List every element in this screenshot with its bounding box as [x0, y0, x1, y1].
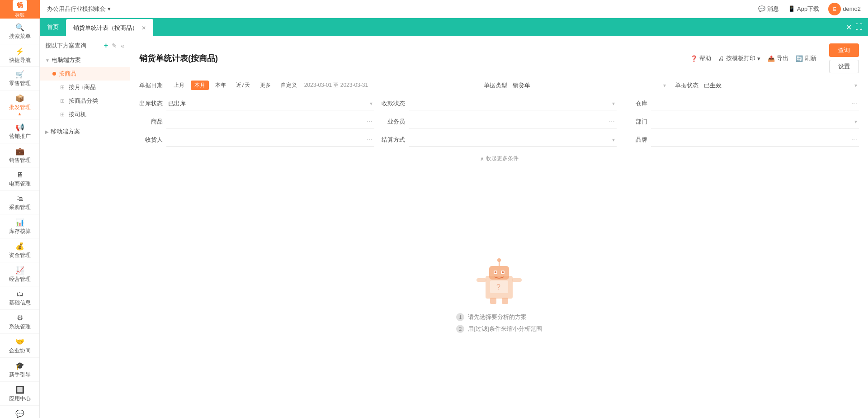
- user-menu[interactable]: E demo2: [828, 3, 861, 15]
- add-scheme-icon[interactable]: +: [104, 42, 108, 50]
- doc-status-dropdown-icon[interactable]: ▾: [854, 82, 857, 89]
- print-button[interactable]: 🖨 按模板打印 ▾: [718, 54, 760, 62]
- corp-icon: 🤝: [15, 337, 24, 346]
- recipient-label: 收货人: [139, 136, 166, 144]
- date-tabs: 上月 本月 本年 近7天 更多 自定义: [170, 81, 301, 90]
- out-status-label: 出库状态: [139, 100, 166, 108]
- grid2-icon: ⊞: [59, 97, 66, 104]
- search-menu-item[interactable]: 🔍 搜索菜单: [0, 19, 39, 44]
- salesman-label: 业务员: [382, 118, 409, 126]
- mobile-scheme-group-header[interactable]: ▶ 移动端方案: [40, 125, 130, 138]
- mobile-scheme-group: ▶ 移动端方案: [40, 125, 130, 142]
- finance-label: 资金管理: [9, 252, 31, 259]
- salesman-dots[interactable]: ···: [609, 118, 615, 126]
- settlement-label: 结算方式: [382, 136, 409, 144]
- scheme-by-cashier[interactable]: ⊞ 按司机: [40, 108, 130, 121]
- apps-icon: 🔲: [15, 385, 24, 394]
- page-title: 销货单统计表(按商品): [139, 53, 218, 64]
- date-range-value: 2023-03-01 至 2023-03-31: [304, 81, 368, 89]
- date-tab-last-month[interactable]: 上月: [170, 81, 188, 90]
- recipient-dots[interactable]: ···: [367, 136, 373, 144]
- settlement-dropdown-icon[interactable]: ▾: [612, 137, 615, 143]
- marketing-label: 营销推广: [9, 133, 31, 140]
- tab-maximize-icon[interactable]: ⛶: [855, 23, 863, 31]
- guide-label: 新手引导: [9, 371, 31, 379]
- message-button[interactable]: 💬 消息: [758, 5, 779, 13]
- query-actions: 查询 设置: [829, 43, 859, 73]
- scheme-by-category[interactable]: ⊞ 按商品分类: [40, 94, 130, 108]
- doc-status-value: 已生效: [704, 81, 854, 90]
- mobile-group-arrow-icon: ▶: [45, 129, 49, 134]
- pc-scheme-group-header[interactable]: ▼ 电脑端方案: [40, 53, 130, 67]
- pc-scheme-group: ▼ 电脑端方案 按商品 ⊞ 按月+商品 ⊞ 按商品分类 ⊞ 按司机: [40, 53, 130, 125]
- quick-nav-item[interactable]: ⚡ 快捷导航: [0, 44, 39, 66]
- sidebar-item-basic[interactable]: 🗂 基础信息: [0, 286, 39, 310]
- collapse-filter-button[interactable]: ∧ 收起更多条件: [139, 151, 859, 164]
- sidebar-item-wechat[interactable]: 💬 企业微信: [0, 406, 39, 418]
- sidebar-item-finance[interactable]: 💰 资金管理: [0, 238, 39, 262]
- svg-point-7: [497, 258, 501, 262]
- tabs-bar: 首页 销货单统计表（按商品） ✕ ✕ ⛶: [40, 18, 868, 36]
- export-button[interactable]: 📤 导出: [768, 54, 788, 62]
- pc-group-label: 电脑端方案: [52, 56, 81, 64]
- topbar-right: 💬 消息 📱 App下载 E demo2: [758, 3, 861, 15]
- edit-scheme-icon[interactable]: ✎: [112, 42, 117, 49]
- sidebar-item-retail[interactable]: 🛒 零售管理: [0, 66, 39, 90]
- brand-label: 品牌: [624, 136, 651, 144]
- doc-type-dropdown-icon[interactable]: ▾: [663, 82, 666, 89]
- collapse-icon: ∧: [480, 156, 484, 162]
- collapse-panel-icon[interactable]: «: [121, 42, 124, 49]
- scheme-by-goods[interactable]: 按商品: [40, 67, 130, 81]
- tab-close-window-icon[interactable]: ✕: [846, 23, 852, 32]
- date-tab-this-month[interactable]: 本月: [191, 81, 209, 90]
- filter-row-4: 收货人 ··· 结算方式 ▾ 品牌 ···: [139, 133, 859, 147]
- sidebar-item-wholesale[interactable]: 📦 批发管理 ▲: [0, 90, 39, 119]
- sidebar-item-apps[interactable]: 🔲 应用中心: [0, 382, 39, 406]
- payment-dropdown-icon[interactable]: ▾: [612, 100, 615, 107]
- tab-home[interactable]: 首页: [40, 18, 66, 36]
- ecom-label: 电商管理: [9, 180, 31, 188]
- salesman-control: ···: [409, 115, 617, 128]
- date-tab-custom[interactable]: 自定义: [277, 81, 301, 90]
- message-icon: 💬: [758, 5, 765, 12]
- sales-icon: 💼: [15, 147, 24, 156]
- retail-label: 零售管理: [9, 80, 31, 87]
- system-label: 系统管理: [9, 323, 31, 331]
- sidebar-item-sales[interactable]: 💼 销售管理: [0, 143, 39, 167]
- settings-button[interactable]: 设置: [829, 60, 859, 73]
- sidebar-item-ops[interactable]: 📈 经营管理: [0, 262, 39, 286]
- date-filter-control: 上月 本月 本年 近7天 更多 自定义 2023-03-01 至 2023-03…: [166, 79, 476, 92]
- query-button[interactable]: 查询: [829, 43, 859, 57]
- brand-dots[interactable]: ···: [851, 136, 857, 144]
- left-panel: 按以下方案查询 + ✎ « ▼ 电脑端方案 按商品 ⊞: [40, 36, 130, 418]
- scheme-by-month-goods[interactable]: ⊞ 按月+商品: [40, 81, 130, 94]
- sidebar-item-marketing[interactable]: 📢 营销推广: [0, 119, 39, 143]
- empty-tips: 1 请先选择要分析的方案 2 用[过滤]条件来缩小分析范围: [456, 313, 542, 333]
- app-download-button[interactable]: 📱 App下载: [788, 5, 819, 13]
- app-logo[interactable]: 畅 标账: [0, 0, 40, 19]
- sidebar-item-guide[interactable]: 🎓 新手引导: [0, 358, 39, 382]
- logo-icon: 畅: [13, 0, 27, 11]
- date-tab-this-year[interactable]: 本年: [212, 81, 230, 90]
- nav-icon: ⚡: [15, 47, 24, 56]
- date-tab-more[interactable]: 更多: [256, 81, 274, 90]
- tab-close-icon[interactable]: ✕: [142, 25, 146, 31]
- sidebar-item-corp[interactable]: 🤝 企业协同: [0, 334, 39, 358]
- tip1-num: 1: [456, 313, 464, 321]
- help-button[interactable]: ❓ 帮助: [690, 54, 711, 62]
- out-status-dropdown-icon[interactable]: ▾: [370, 100, 373, 107]
- date-tab-7days[interactable]: 近7天: [232, 81, 254, 90]
- warehouse-dots[interactable]: ···: [851, 100, 857, 108]
- goods-dots[interactable]: ···: [367, 118, 373, 126]
- finance-icon: 💰: [15, 242, 24, 251]
- sidebar-item-ecom[interactable]: 🖥 电商管理: [0, 167, 39, 191]
- refresh-button[interactable]: 🔄 刷新: [796, 54, 816, 62]
- tab-report[interactable]: 销货单统计表（按商品） ✕: [66, 19, 153, 37]
- main-area: 办公用品行业模拟账套 ▾ 💬 消息 📱 App下载 E demo2 首页: [40, 0, 868, 418]
- dept-dropdown-icon[interactable]: ▾: [854, 119, 857, 125]
- industry-selector[interactable]: 办公用品行业模拟账套 ▾: [47, 5, 111, 13]
- out-status-value: 已出库: [168, 100, 370, 108]
- sidebar-item-purchase[interactable]: 🛍 采购管理: [0, 191, 39, 214]
- sidebar-item-inventory[interactable]: 📊 库存核算: [0, 214, 39, 238]
- sidebar-item-system[interactable]: ⚙ 系统管理: [0, 310, 39, 334]
